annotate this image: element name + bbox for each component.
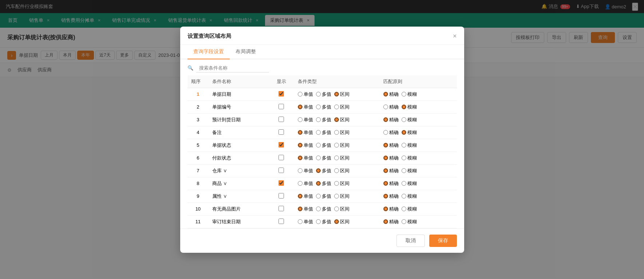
type-option-多值-row-11[interactable]: 多值 bbox=[316, 219, 331, 225]
type-option-单值-row-6[interactable]: 单值 bbox=[298, 155, 313, 161]
type-option-区间-row-10[interactable]: 区间 bbox=[334, 206, 349, 212]
match-option-模糊-row-3[interactable]: 模糊 bbox=[402, 117, 417, 123]
type-option-多值-row-7[interactable]: 多值 bbox=[316, 168, 331, 174]
display-checkbox-7[interactable] bbox=[278, 168, 284, 173]
row-order-1: 1 bbox=[187, 88, 209, 101]
type-option-单值-row-1[interactable]: 单值 bbox=[298, 91, 313, 98]
type-option-区间-row-5[interactable]: 区间 bbox=[334, 142, 349, 149]
row-type-3: 单值多值区间 bbox=[294, 113, 380, 126]
type-option-单值-row-8[interactable]: 单值 bbox=[298, 180, 313, 187]
type-option-多值-row-1[interactable]: 多值 bbox=[316, 91, 331, 98]
match-option-模糊-row-5[interactable]: 模糊 bbox=[402, 142, 417, 149]
type-option-区间-row-8[interactable]: 区间 bbox=[334, 180, 349, 187]
type-option-多值-row-8[interactable]: 多值 bbox=[316, 180, 331, 187]
match-option-精确-row-3[interactable]: 精确 bbox=[383, 117, 399, 123]
row-display-3[interactable] bbox=[269, 113, 294, 126]
modal-close-btn[interactable]: × bbox=[453, 32, 457, 44]
row-display-11[interactable] bbox=[269, 215, 294, 228]
display-checkbox-6[interactable] bbox=[278, 155, 284, 160]
match-option-模糊-row-8[interactable]: 模糊 bbox=[402, 180, 417, 187]
row-display-8[interactable] bbox=[269, 177, 294, 190]
search-condition-input[interactable] bbox=[196, 64, 269, 72]
type-option-多值-row-3[interactable]: 多值 bbox=[316, 117, 331, 123]
row-order-2: 2 bbox=[187, 101, 209, 113]
match-option-模糊-row-10[interactable]: 模糊 bbox=[402, 206, 417, 212]
type-option-多值-row-9[interactable]: 多值 bbox=[316, 193, 331, 200]
match-option-模糊-row-2[interactable]: 模糊 bbox=[402, 104, 417, 110]
type-option-单值-row-10[interactable]: 单值 bbox=[298, 206, 313, 212]
type-option-多值-row-10[interactable]: 多值 bbox=[316, 206, 331, 212]
display-checkbox-2[interactable] bbox=[278, 104, 284, 109]
type-option-单值-row-11[interactable]: 单值 bbox=[298, 219, 313, 225]
display-checkbox-11[interactable] bbox=[278, 219, 284, 224]
match-option-精确-row-2[interactable]: 精确 bbox=[383, 104, 399, 110]
match-option-精确-row-7[interactable]: 精确 bbox=[383, 168, 399, 174]
type-option-区间-row-2[interactable]: 区间 bbox=[334, 104, 349, 110]
tab-layout-adjust[interactable]: 布局调整 bbox=[230, 45, 262, 59]
match-option-精确-row-11[interactable]: 精确 bbox=[383, 219, 399, 225]
type-option-区间-row-7[interactable]: 区间 bbox=[334, 168, 349, 174]
row-display-4[interactable] bbox=[269, 126, 294, 139]
match-option-精确-row-10[interactable]: 精确 bbox=[383, 206, 399, 212]
match-option-精确-row-5[interactable]: 精确 bbox=[383, 142, 399, 149]
row-match-7: 精确模糊 bbox=[380, 164, 457, 177]
row-display-5[interactable] bbox=[269, 139, 294, 152]
match-option-精确-row-4[interactable]: 精确 bbox=[383, 129, 399, 136]
row-display-1[interactable] bbox=[269, 88, 294, 101]
type-option-单值-row-3[interactable]: 单值 bbox=[298, 117, 313, 123]
type-option-多值-row-4[interactable]: 多值 bbox=[316, 129, 331, 136]
row-order-4: 4 bbox=[187, 126, 209, 139]
row-name-1: 单据日期 bbox=[209, 88, 268, 101]
type-option-区间-row-1[interactable]: 区间 bbox=[334, 91, 349, 98]
row-type-4: 单值多值区间 bbox=[294, 126, 380, 139]
match-option-模糊-row-6[interactable]: 模糊 bbox=[402, 155, 417, 161]
type-option-单值-row-9[interactable]: 单值 bbox=[298, 193, 313, 200]
row-display-7[interactable] bbox=[269, 164, 294, 177]
save-button[interactable]: 保存 bbox=[429, 235, 457, 247]
type-option-区间-row-6[interactable]: 区间 bbox=[334, 155, 349, 161]
row-match-2: 精确模糊 bbox=[380, 101, 457, 113]
display-checkbox-9[interactable] bbox=[278, 193, 284, 199]
row-name-8: 商品 ∨ bbox=[209, 177, 268, 190]
row-type-7: 单值多值区间 bbox=[294, 164, 380, 177]
type-option-单值-row-7[interactable]: 单值 bbox=[298, 168, 313, 174]
match-option-模糊-row-4[interactable]: 模糊 bbox=[402, 129, 417, 136]
row-display-2[interactable] bbox=[269, 101, 294, 113]
display-checkbox-10[interactable] bbox=[278, 206, 284, 211]
row-match-9: 精确模糊 bbox=[380, 190, 457, 203]
type-option-区间-row-4[interactable]: 区间 bbox=[334, 129, 349, 136]
row-display-10[interactable] bbox=[269, 203, 294, 215]
display-checkbox-4[interactable] bbox=[278, 129, 284, 135]
type-option-单值-row-5[interactable]: 单值 bbox=[298, 142, 313, 149]
type-option-区间-row-3[interactable]: 区间 bbox=[334, 117, 349, 123]
display-checkbox-5[interactable] bbox=[278, 142, 284, 148]
display-checkbox-8[interactable] bbox=[278, 180, 284, 186]
match-option-模糊-row-7[interactable]: 模糊 bbox=[402, 168, 417, 174]
type-option-单值-row-2[interactable]: 单值 bbox=[298, 104, 313, 110]
row-display-9[interactable] bbox=[269, 190, 294, 203]
match-option-模糊-row-9[interactable]: 模糊 bbox=[402, 193, 417, 200]
col-header-type: 条件类型 bbox=[294, 75, 380, 88]
tab-query-settings[interactable]: 查询字段设置 bbox=[187, 45, 230, 59]
match-option-精确-row-6[interactable]: 精确 bbox=[383, 155, 399, 161]
table-row: 1单据日期单值多值区间精确模糊 bbox=[187, 88, 457, 101]
display-checkbox-1[interactable] bbox=[278, 91, 284, 97]
type-option-多值-row-5[interactable]: 多值 bbox=[316, 142, 331, 149]
cancel-button[interactable]: 取消 bbox=[396, 235, 425, 247]
row-display-6[interactable] bbox=[269, 152, 294, 164]
type-option-多值-row-6[interactable]: 多值 bbox=[316, 155, 331, 161]
match-option-精确-row-9[interactable]: 精确 bbox=[383, 193, 399, 200]
match-option-模糊-row-1[interactable]: 模糊 bbox=[402, 91, 417, 98]
type-option-单值-row-4[interactable]: 单值 bbox=[298, 129, 313, 136]
match-option-精确-row-8[interactable]: 精确 bbox=[383, 180, 399, 187]
row-name-5: 单据状态 bbox=[209, 139, 268, 152]
match-option-模糊-row-11[interactable]: 模糊 bbox=[402, 219, 417, 225]
type-option-区间-row-9[interactable]: 区间 bbox=[334, 193, 349, 200]
row-type-11: 单值多值区间 bbox=[294, 215, 380, 228]
search-icon: 🔍 bbox=[187, 65, 193, 71]
display-checkbox-3[interactable] bbox=[278, 117, 284, 122]
type-option-区间-row-11[interactable]: 区间 bbox=[334, 219, 349, 225]
match-option-精确-row-1[interactable]: 精确 bbox=[383, 91, 399, 98]
row-match-4: 精确模糊 bbox=[380, 126, 457, 139]
type-option-多值-row-2[interactable]: 多值 bbox=[316, 104, 331, 110]
